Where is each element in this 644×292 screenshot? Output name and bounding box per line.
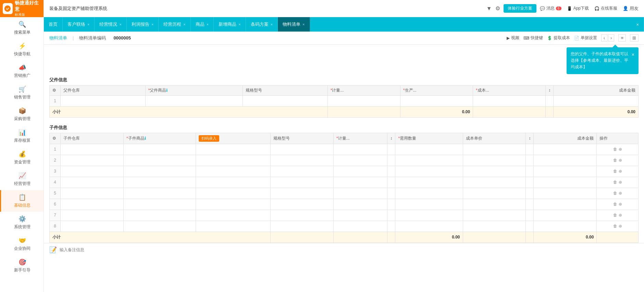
child-spec-5[interactable] bbox=[270, 188, 333, 199]
child-unit-1[interactable] bbox=[333, 144, 387, 155]
child-qty-2[interactable] bbox=[395, 155, 463, 166]
child-spec-8[interactable] bbox=[270, 221, 333, 232]
tab-close-new-goods[interactable]: × bbox=[238, 22, 240, 26]
tab-close-goods[interactable]: × bbox=[207, 22, 209, 26]
child-unit-cost-2[interactable] bbox=[463, 155, 526, 166]
tab-close-customer[interactable]: × bbox=[87, 22, 89, 26]
delete-icon-8[interactable]: 🗑 bbox=[613, 224, 617, 229]
parent-cost-1[interactable] bbox=[473, 95, 546, 106]
sidebar-item-marketing[interactable]: 📣营销推广 bbox=[0, 60, 44, 82]
sidebar-item-finance[interactable]: 💰资金管理 bbox=[0, 147, 44, 168]
tab-close-operations-status[interactable]: × bbox=[119, 22, 121, 26]
sidebar-item-guide[interactable]: 🎯新手引导 bbox=[0, 255, 44, 277]
scan-button[interactable]: 扫码录入 bbox=[199, 135, 219, 142]
child-unit-6[interactable] bbox=[333, 199, 387, 210]
delete-icon-3[interactable]: 🗑 bbox=[613, 169, 617, 174]
sidebar-item-purchase[interactable]: 📦采购管理 bbox=[0, 104, 44, 125]
nav-tab-profit-report[interactable]: 利润报告× bbox=[127, 17, 159, 32]
parent-col-settings[interactable]: ⚙ bbox=[50, 85, 61, 95]
nav-tab-goods[interactable]: 商品× bbox=[191, 17, 214, 32]
child-unit-cost-1[interactable] bbox=[463, 144, 526, 155]
shortcut-button[interactable]: ⌨ 快捷键 bbox=[523, 35, 543, 41]
child-product-2[interactable] bbox=[123, 155, 196, 166]
child-unit-8[interactable] bbox=[333, 221, 387, 232]
prev-arrow[interactable]: ‹ bbox=[601, 34, 607, 42]
copy-icon-1[interactable]: ⊕ bbox=[619, 147, 622, 152]
expand-icon[interactable]: ⊞ bbox=[630, 34, 639, 42]
child-warehouse-5[interactable] bbox=[61, 188, 124, 199]
child-qty-4[interactable] bbox=[395, 177, 463, 188]
child-unit-cost-8[interactable] bbox=[463, 221, 526, 232]
child-spec-4[interactable] bbox=[270, 177, 333, 188]
nav-tab-barcode[interactable]: 条码方案× bbox=[246, 17, 278, 32]
experience-button[interactable]: 体验行业方案 bbox=[504, 4, 536, 13]
sidebar-item-cooperation[interactable]: 🤝企业协同 bbox=[0, 233, 44, 255]
nav-tab-operations-history[interactable]: 经营历程× bbox=[159, 17, 190, 32]
user-area[interactable]: 👤 用友 bbox=[623, 5, 639, 12]
child-qty-8[interactable] bbox=[395, 221, 463, 232]
child-col-scan[interactable]: 扫码录入 bbox=[196, 133, 271, 144]
child-product-3[interactable] bbox=[123, 166, 196, 177]
sidebar-item-search[interactable]: 🔍搜索菜单 bbox=[0, 17, 44, 39]
child-unit-cost-7[interactable] bbox=[463, 210, 526, 221]
nav-tab-new-goods[interactable]: 新增商品× bbox=[214, 17, 246, 32]
sidebar-item-operations[interactable]: 📈经营管理 bbox=[0, 168, 44, 190]
next-arrow[interactable]: › bbox=[608, 34, 614, 42]
child-qty-3[interactable] bbox=[395, 166, 463, 177]
copy-icon-2[interactable]: ⊕ bbox=[619, 158, 622, 163]
child-product-8[interactable] bbox=[123, 221, 196, 232]
message-button[interactable]: 💬 消息 6 bbox=[540, 5, 561, 11]
child-unit-cost-5[interactable] bbox=[463, 188, 526, 199]
breadcrumb[interactable]: 物料清单 bbox=[49, 35, 67, 41]
child-product-5[interactable] bbox=[123, 188, 196, 199]
copy-icon-3[interactable]: ⊕ bbox=[619, 169, 622, 174]
child-qty-1[interactable] bbox=[395, 144, 463, 155]
delete-icon-7[interactable]: 🗑 bbox=[613, 213, 617, 218]
child-product-4[interactable] bbox=[123, 177, 196, 188]
copy-icon-8[interactable]: ⊕ bbox=[619, 224, 622, 229]
parent-produce-1[interactable] bbox=[400, 95, 473, 106]
app-download-button[interactable]: 📱 App下载 bbox=[567, 5, 589, 11]
child-unit-4[interactable] bbox=[333, 177, 387, 188]
close-all-tabs-button[interactable]: × bbox=[631, 17, 644, 32]
delete-icon-5[interactable]: 🗑 bbox=[613, 191, 617, 196]
extract-cost-button[interactable]: 💲 提取成本 bbox=[547, 35, 570, 41]
sidebar-item-quick-nav[interactable]: ⚡快捷导航 bbox=[0, 39, 44, 60]
tab-close-barcode[interactable]: × bbox=[271, 22, 273, 26]
child-spec-6[interactable] bbox=[270, 199, 333, 210]
parent-warehouse-1[interactable] bbox=[61, 95, 146, 106]
child-warehouse-6[interactable] bbox=[61, 199, 124, 210]
child-spec-1[interactable] bbox=[270, 144, 333, 155]
child-unit-cost-6[interactable] bbox=[463, 199, 526, 210]
nav-tab-customer[interactable]: 客户联络× bbox=[63, 17, 95, 32]
child-spec-7[interactable] bbox=[270, 210, 333, 221]
tooltip-close-button[interactable]: × bbox=[632, 51, 634, 58]
copy-icon-7[interactable]: ⊕ bbox=[619, 213, 622, 218]
delete-icon-1[interactable]: 🗑 bbox=[613, 147, 617, 152]
child-col-settings[interactable]: ⚙ bbox=[50, 133, 61, 144]
menu-icon[interactable]: ≡ bbox=[618, 34, 626, 42]
child-product-6[interactable] bbox=[123, 199, 196, 210]
child-spec-3[interactable] bbox=[270, 166, 333, 177]
single-settings-button[interactable]: 📄 单据设置 bbox=[574, 35, 597, 41]
child-unit-2[interactable] bbox=[333, 155, 387, 166]
tab-close-bom[interactable]: × bbox=[302, 22, 305, 26]
child-unit-cost-3[interactable] bbox=[463, 166, 526, 177]
nav-tab-bom[interactable]: 物料清单× bbox=[278, 17, 310, 32]
child-product-1[interactable] bbox=[123, 144, 196, 155]
sidebar-item-inventory[interactable]: 📊库存核算 bbox=[0, 125, 44, 147]
parent-unit-1[interactable] bbox=[327, 95, 400, 106]
child-warehouse-1[interactable] bbox=[61, 144, 124, 155]
delete-icon-6[interactable]: 🗑 bbox=[613, 202, 617, 207]
tab-close-profit-report[interactable]: × bbox=[151, 22, 153, 26]
child-product-7[interactable] bbox=[123, 210, 196, 221]
sidebar-item-system[interactable]: ⚙️系统管理 bbox=[0, 212, 44, 233]
parent-product-1[interactable] bbox=[145, 95, 243, 106]
child-unit-7[interactable] bbox=[333, 210, 387, 221]
copy-icon-6[interactable]: ⊕ bbox=[619, 202, 622, 207]
delete-icon-4[interactable]: 🗑 bbox=[613, 180, 617, 185]
child-warehouse-3[interactable] bbox=[61, 166, 124, 177]
sidebar-item-sales[interactable]: 🛒销售管理 bbox=[0, 82, 44, 104]
sidebar-item-basic-info[interactable]: 📋基础信息 bbox=[0, 190, 44, 212]
child-qty-5[interactable] bbox=[395, 188, 463, 199]
